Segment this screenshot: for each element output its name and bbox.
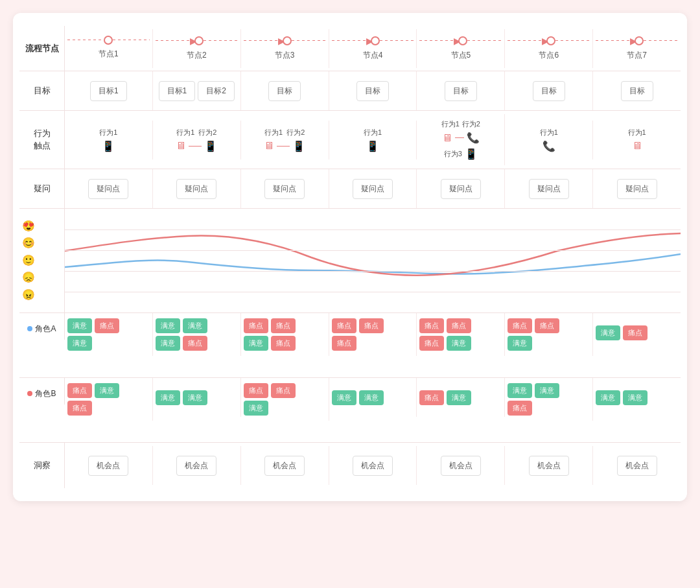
- node-line-4: ▶: [332, 36, 414, 46]
- emoji-4: 😞: [22, 270, 35, 285]
- role-b-col-2: 满意满意: [153, 378, 241, 417]
- tag-b7-1: 满意: [596, 390, 620, 405]
- node-col-3: ▶ 节点3: [241, 29, 329, 68]
- emotion-row: 😍 😊 🙂 😞 😠: [19, 209, 681, 313]
- q-col-3: 疑问点: [241, 169, 329, 208]
- node-col-4: ▶ 节点4: [329, 29, 417, 68]
- target-col-7: 目标: [593, 71, 681, 110]
- target-box-7: 目标: [621, 81, 653, 101]
- node-col-2: ▶ 节点2: [153, 29, 241, 68]
- desktop-icon-5: 🖥: [442, 132, 452, 144]
- behavior-label-6-1: 行为1: [540, 128, 558, 137]
- main-container: 流程节点 节点1 ▶ 节点2: [13, 13, 687, 501]
- mobile-icon-3: 📱: [292, 140, 305, 152]
- role-b-row: 角色B 痛点满意 痛点 满意满意 痛点痛点 满意 满意满意: [19, 378, 681, 443]
- q-col-5: 疑问点: [417, 169, 505, 208]
- phone-icon-6: 📞: [542, 140, 555, 152]
- role-a-col-2: 满意满意 满意痛点: [153, 313, 241, 356]
- node-label-7: 节点7: [627, 50, 647, 61]
- grid-line-4: [65, 292, 681, 292]
- mobile-icon-4: 📱: [366, 140, 379, 152]
- tag-b4-2: 满意: [359, 390, 384, 405]
- desktop-icon-2: 🖥: [176, 140, 186, 152]
- target-box-6: 目标: [533, 81, 565, 101]
- node-line-3: ▶: [244, 36, 326, 46]
- node-line-5: ▶: [419, 36, 502, 46]
- insight-box-7: 机会点: [617, 456, 657, 476]
- tag-b6-3: 痛点: [508, 401, 532, 416]
- tag-b1-1: 痛点: [67, 383, 92, 398]
- node-col-1: 节点1: [65, 29, 153, 68]
- node-label-4: 节点4: [363, 50, 383, 61]
- role-a-row: 角色A 满意痛点 满意 满意满意 满意痛点 痛点痛点 满意痛点 痛点痛点 痛点: [19, 313, 681, 378]
- role-b-col-5: 痛点满意: [417, 378, 505, 417]
- role-a-col-6: 痛点痛点 满意: [505, 313, 593, 356]
- q-box-2: 疑问点: [176, 179, 216, 199]
- grid-line-1: [65, 229, 681, 230]
- role-a-dot: [27, 326, 32, 331]
- q-box-5: 疑问点: [441, 179, 481, 199]
- behavior-label-2-1: 行为1: [176, 128, 194, 137]
- q-box-6: 疑问点: [529, 179, 569, 199]
- node-col-6: ▶ 节点6: [505, 29, 593, 68]
- node-circle-7: [635, 36, 644, 45]
- behavior-label-5-2: 行为2: [462, 119, 480, 129]
- role-a-text: 角色A: [35, 323, 56, 335]
- mobile-icon-1: 📱: [102, 140, 115, 152]
- target-label: 目标: [19, 71, 65, 110]
- red-emotion-line: [65, 233, 681, 276]
- node-circle-6: [546, 36, 555, 45]
- tag-a1-2: 痛点: [95, 318, 119, 333]
- target-col-2: 目标1目标2: [153, 71, 241, 110]
- chart-area: [65, 209, 681, 312]
- target-box-2a: 目标1: [159, 81, 196, 101]
- tag-a4-2: 痛点: [359, 318, 384, 333]
- role-b-col-1: 痛点满意 痛点: [65, 378, 153, 421]
- node-col-7: ▶ 节点7: [593, 29, 681, 68]
- role-a-col-5: 痛点痛点 痛点满意: [417, 313, 505, 356]
- emotion-chart: [65, 215, 681, 306]
- node-label-3: 节点3: [275, 50, 295, 61]
- insight-col-3: 机会点: [241, 446, 329, 485]
- tag-a6-3: 满意: [508, 336, 532, 351]
- role-a-col-1: 满意痛点 满意: [65, 313, 153, 356]
- target-col-1: 目标1: [65, 71, 153, 110]
- role-a-content: 满意痛点 满意 满意满意 满意痛点 痛点痛点 满意痛点 痛点痛点 痛点 痛点痛点…: [65, 313, 681, 356]
- emotion-labels: 😍 😊 🙂 😞 😠: [19, 209, 65, 312]
- tag-a1-1: 满意: [67, 318, 92, 333]
- behavior-col-4: 行为1 📱: [329, 121, 417, 159]
- behavior-label-3-2: 行为2: [286, 128, 305, 137]
- tag-b6-2: 满意: [535, 383, 559, 398]
- target-col-4: 目标: [329, 71, 417, 110]
- insight-box-6: 机会点: [529, 456, 569, 476]
- question-label: 疑问: [19, 169, 65, 208]
- mobile-icon-5: 📱: [465, 148, 478, 160]
- insight-row: 洞察 机会点 机会点 机会点 机会点 机会点 机会点 机会点: [19, 443, 681, 488]
- question-content: 疑问点 疑问点 疑问点 疑问点 疑问点 疑问点 疑问点: [65, 169, 681, 208]
- process-label: 流程节点: [19, 26, 65, 71]
- behavior-row: 行为 触点 行为1 📱 行为1 行为2 🖥 📱: [19, 111, 681, 169]
- q-col-2: 疑问点: [153, 169, 241, 208]
- insight-col-7: 机会点: [593, 446, 681, 485]
- grid-line-2: [65, 250, 681, 251]
- tag-a6-1: 痛点: [508, 318, 532, 333]
- tag-b3-1: 痛点: [244, 383, 268, 398]
- tag-b5-1: 痛点: [419, 390, 444, 405]
- q-col-6: 疑问点: [505, 169, 593, 208]
- role-a-label: 角色A: [19, 313, 65, 340]
- insight-col-2: 机会点: [153, 446, 241, 485]
- tag-b2-2: 满意: [183, 390, 207, 405]
- emoji-3: 🙂: [22, 253, 35, 268]
- tag-a5-3: 痛点: [419, 336, 444, 351]
- tag-a5-1: 痛点: [419, 318, 444, 333]
- tag-b4-1: 满意: [332, 390, 356, 405]
- role-b-col-3: 痛点痛点 满意: [241, 378, 329, 421]
- tag-a2-3: 满意: [156, 336, 180, 351]
- tag-a3-2: 痛点: [271, 318, 296, 333]
- insight-box-2: 机会点: [176, 456, 216, 476]
- phone-icon-5: 📞: [467, 132, 480, 144]
- behavior-col-5: 行为1 行为2 🖥 📞 行为3 📱: [417, 114, 505, 165]
- node-line-7: ▶: [596, 36, 678, 46]
- insight-box-3: 机会点: [264, 456, 305, 476]
- behavior-col-6: 行为1 📞: [505, 121, 593, 159]
